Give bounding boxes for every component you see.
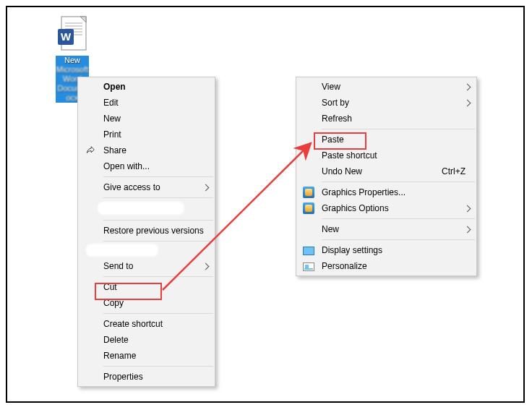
menu-separator	[103, 176, 213, 177]
menu-item-print[interactable]: Print	[79, 127, 214, 142]
share-icon	[84, 144, 97, 157]
word-document-icon: W	[57, 16, 87, 54]
menu-item-graphics-properties[interactable]: Graphics Properties...	[297, 184, 476, 200]
menu-item-delete[interactable]: Delete	[79, 332, 214, 348]
menu-item-open[interactable]: Open	[79, 79, 214, 95]
menu-item-new[interactable]: New	[79, 111, 214, 127]
menu-item-paste-shortcut[interactable]: Paste shortcut	[297, 148, 476, 163]
menu-separator	[103, 366, 213, 367]
graphics-options-icon	[302, 202, 315, 215]
submenu-arrow-icon	[465, 79, 470, 95]
menu-separator	[103, 241, 213, 242]
menu-separator	[322, 239, 475, 240]
desktop-context-menu: View Sort by Refresh Paste Paste shortcu…	[296, 77, 477, 276]
menu-item-refresh[interactable]: Refresh	[297, 111, 476, 127]
keyboard-shortcut: Ctrl+Z	[442, 163, 466, 179]
submenu-arrow-icon	[465, 95, 470, 111]
menu-separator	[103, 313, 213, 314]
svg-text:W: W	[61, 30, 72, 43]
menu-item-copy[interactable]: Copy	[79, 295, 214, 311]
menu-item-censored-2	[79, 244, 214, 258]
graphics-properties-icon	[302, 186, 315, 199]
display-settings-icon	[302, 244, 315, 257]
menu-separator	[103, 220, 213, 221]
submenu-arrow-icon	[203, 179, 208, 195]
submenu-arrow-icon	[203, 258, 208, 274]
menu-item-properties[interactable]: Properties	[79, 369, 214, 385]
menu-item-graphics-options[interactable]: Graphics Options	[297, 200, 476, 216]
menu-item-undo-new[interactable]: Undo New Ctrl+Z	[297, 163, 476, 179]
menu-item-send-to[interactable]: Send to	[79, 258, 214, 274]
menu-item-display-settings[interactable]: Display settings	[297, 242, 476, 258]
menu-item-new-submenu[interactable]: New	[297, 221, 476, 237]
submenu-arrow-icon	[465, 221, 470, 237]
submenu-arrow-icon	[465, 200, 470, 216]
menu-item-sort-by[interactable]: Sort by	[297, 95, 476, 111]
menu-item-cut[interactable]: Cut	[79, 279, 214, 295]
menu-item-paste[interactable]: Paste	[297, 132, 476, 148]
menu-item-give-access-to[interactable]: Give access to	[79, 179, 214, 195]
menu-item-edit[interactable]: Edit	[79, 95, 214, 111]
menu-separator	[322, 181, 475, 182]
menu-item-view[interactable]: View	[297, 79, 476, 95]
menu-separator	[322, 129, 475, 129]
personalize-icon	[302, 260, 315, 273]
menu-separator	[103, 276, 213, 277]
menu-separator	[103, 197, 213, 198]
menu-item-open-with[interactable]: Open with...	[79, 158, 214, 174]
menu-separator	[322, 218, 475, 219]
menu-item-rename[interactable]: Rename	[79, 348, 214, 364]
file-context-menu: Open Edit New Print Share Open with... G…	[77, 77, 215, 387]
menu-item-censored	[79, 200, 214, 218]
menu-item-share[interactable]: Share	[79, 142, 214, 158]
menu-item-create-shortcut[interactable]: Create shortcut	[79, 316, 214, 332]
menu-item-restore-previous[interactable]: Restore previous versions	[79, 223, 214, 239]
menu-item-personalize[interactable]: Personalize	[297, 258, 476, 274]
